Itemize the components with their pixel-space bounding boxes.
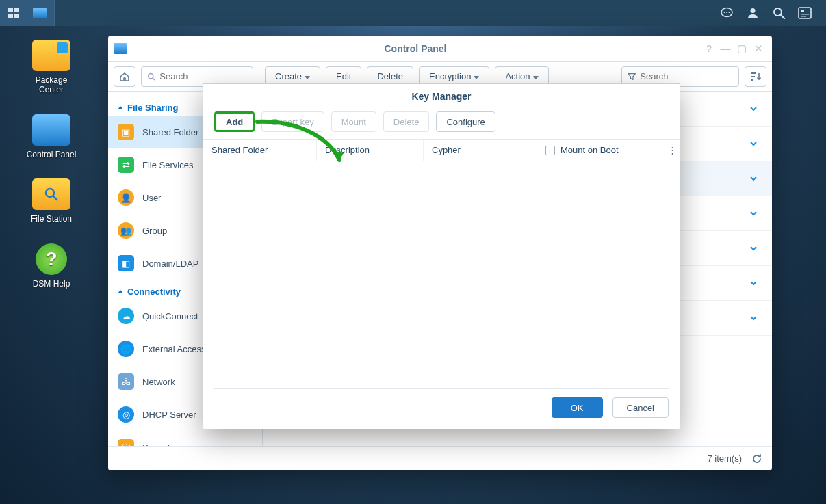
chevron-down-icon [749,209,758,218]
window-maximize-button[interactable]: ▢ [734,40,750,57]
window-titlebar: Control Panel ? — ▢ ✕ [108,36,772,62]
svg-rect-13 [801,14,809,15]
svg-rect-20 [751,76,755,77]
chevron-down-icon [749,243,758,253]
sidebar-item-label: Group [142,226,167,236]
col-label: Mount on Boot [560,145,619,155]
sidebar-item-label: External Access [142,344,206,354]
button-label: Encryption [429,71,471,81]
chevron-down-icon [749,139,758,148]
dialog-title: Key Manager [203,84,680,107]
sidebar-item-label: File Services [142,160,193,170]
key-manager-dialog: Key Manager Add Export key Mount Delete … [203,83,680,429]
button-label: Export key [272,117,313,127]
taskbar-app-controlpanel[interactable] [27,0,55,26]
cloud-icon: ☁ [118,308,134,324]
sidebar-item-label: Shared Folder [142,127,198,137]
taskbar-user-icon[interactable] [741,0,764,26]
svg-rect-3 [14,14,19,18]
svg-point-17 [149,73,153,78]
user-icon: 👤 [118,189,134,206]
taskbar-menu-button[interactable] [0,0,27,26]
taskbar-search-icon[interactable] [767,0,790,26]
svg-rect-11 [799,8,811,18]
sidebar-item-label: Network [142,377,175,387]
caret-down-icon [533,71,539,81]
delete-button[interactable]: Delete [383,111,430,132]
button-label: Delete [393,117,420,127]
filter-icon [628,72,636,81]
home-button[interactable] [114,66,135,87]
taskbar-widgets-icon[interactable] [793,0,816,26]
sidebar-item-label: QuickConnect [142,311,198,321]
control-panel-icon [32,114,70,146]
button-label: Mount [341,117,366,127]
chevron-down-icon [749,174,758,183]
taskbar [0,0,826,26]
col-cypher[interactable]: Cypher [424,140,537,161]
svg-rect-12 [801,10,804,12]
window-close-button[interactable]: ✕ [750,40,766,57]
services-icon: ⇄ [118,157,134,173]
desktop: Package Center Control Panel File Statio… [0,26,103,308]
svg-line-18 [153,78,155,80]
magnifier-icon [44,187,59,202]
add-button[interactable]: Add [214,111,255,132]
shield-icon: 🛡 [118,439,134,446]
cancel-button[interactable]: Cancel [612,397,669,418]
button-label: Cancel [627,403,654,413]
desktop-item-label: Control Panel [27,150,77,159]
globe-icon: 🌐 [118,341,134,357]
button-label: OK [571,403,584,413]
user-icon [746,6,760,20]
svg-rect-19 [751,72,756,74]
window-app-icon [114,43,127,54]
window-title: Control Panel [130,43,701,54]
sort-button[interactable] [745,66,766,87]
desktop-item-file-station[interactable]: File Station [0,178,103,224]
mount-button[interactable]: Mount [331,111,376,132]
checkbox[interactable] [545,146,555,155]
desktop-item-control-panel[interactable]: Control Panel [0,114,103,159]
sidebar-item-label: Security [142,442,175,447]
svg-line-10 [781,15,784,18]
sidebar-item-security[interactable]: 🛡Security [108,431,262,446]
col-shared-folder[interactable]: Shared Folder [203,140,317,161]
sidebar-item-label: Domain/LDAP [142,258,198,269]
domain-icon: ◧ [118,255,134,271]
button-label: Add [226,117,243,127]
km-table-body [203,161,680,388]
window-minimize-button[interactable]: — [717,40,734,57]
window-help-button[interactable]: ? [701,40,717,57]
col-description[interactable]: Description [317,140,424,161]
cp-filter-input[interactable] [640,71,733,81]
km-table-header: Shared Folder Description Cypher Mount o… [203,139,680,161]
desktop-item-label: File Station [31,214,72,224]
grid-icon [8,7,20,19]
caret-down-icon [474,71,479,81]
cp-search-input[interactable] [159,71,247,81]
widgets-icon [798,7,812,19]
cp-footer: 7 item(s) [108,446,772,470]
column-menu-button[interactable]: ⋮ [664,140,680,161]
svg-point-5 [724,12,725,13]
help-icon: ? [36,243,67,275]
ok-button[interactable]: OK [552,397,603,418]
col-mount-on-boot[interactable]: Mount on Boot [537,140,664,161]
configure-button[interactable]: Configure [436,111,495,132]
desktop-item-label: DSM Help [33,279,70,289]
svg-rect-14 [801,16,806,17]
refresh-icon [751,453,762,464]
refresh-button[interactable] [751,453,762,464]
svg-rect-2 [8,14,13,18]
desktop-item-dsm-help[interactable]: ? DSM Help [0,243,103,289]
chevron-down-icon [749,278,758,288]
desktop-item-label: Package Center [36,75,68,95]
sidebar-item-label: User [142,193,161,203]
export-key-button[interactable]: Export key [261,111,324,132]
desktop-item-package-center[interactable]: Package Center [0,40,103,95]
package-center-icon [32,40,70,71]
taskbar-chat-icon[interactable] [715,0,738,26]
search-icon [772,6,786,20]
home-icon [119,71,130,82]
